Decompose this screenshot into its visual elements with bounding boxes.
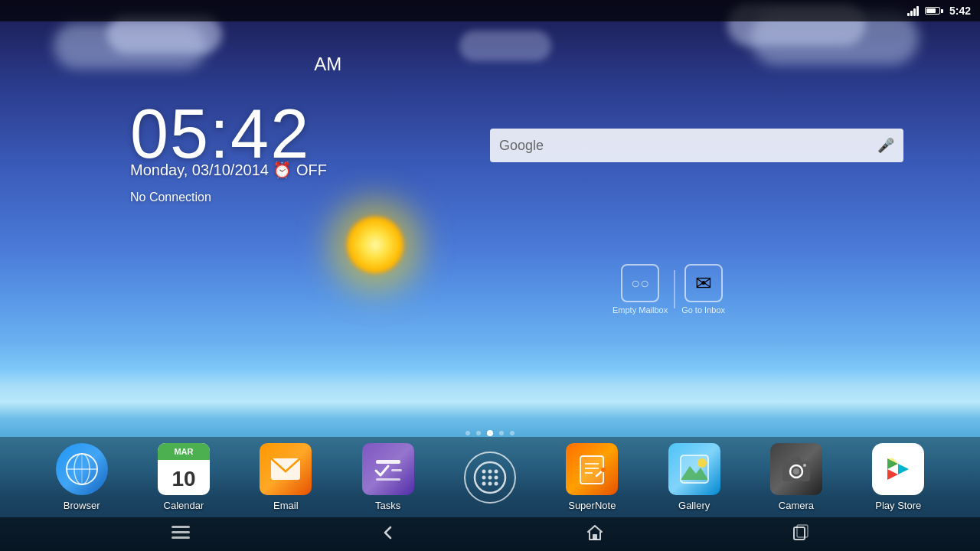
app-drawer[interactable] xyxy=(464,452,516,504)
svg-rect-5 xyxy=(376,460,400,464)
email-label: Email xyxy=(273,500,299,511)
nav-recent-button[interactable] xyxy=(781,518,821,551)
svg-rect-18 xyxy=(580,456,603,484)
go-to-inbox-label: Go to Inbox xyxy=(681,305,725,315)
svg-point-9 xyxy=(482,469,485,473)
battery-icon xyxy=(925,7,943,15)
svg-rect-40 xyxy=(172,536,190,539)
email-widget-divider xyxy=(674,270,675,308)
battery-tip xyxy=(941,9,943,13)
browser-icon xyxy=(56,443,108,495)
svg-rect-38 xyxy=(172,526,190,528)
app-gallery[interactable]: Gallery xyxy=(668,443,720,511)
clock-time: 05:42 xyxy=(130,99,310,168)
calendar-day: 10 xyxy=(158,467,210,491)
status-bar: 5:42 xyxy=(0,0,980,21)
clock-date-text: Monday, 03/10/2014 xyxy=(130,161,269,178)
svg-point-10 xyxy=(488,469,492,473)
gallery-label: Gallery xyxy=(678,500,710,511)
app-email[interactable]: Email xyxy=(260,443,312,511)
supernote-icon xyxy=(566,443,618,495)
supernote-icon-svg xyxy=(576,453,608,485)
empty-mailbox-label: Empty Mailbox xyxy=(612,305,668,315)
email-icon-svg xyxy=(270,458,301,481)
camera-icon-svg xyxy=(779,452,813,486)
nav-home-button[interactable] xyxy=(574,518,616,551)
empty-mailbox-item[interactable]: ○○ Empty Mailbox xyxy=(612,264,668,315)
svg-point-24 xyxy=(601,468,606,472)
gallery-icon-svg xyxy=(678,452,711,486)
svg-rect-42 xyxy=(593,534,597,540)
empty-mailbox-box: ○○ xyxy=(621,264,659,302)
tasks-icon xyxy=(362,443,414,495)
page-dot-2[interactable] xyxy=(487,430,493,436)
battery-body xyxy=(925,7,940,15)
email-icon xyxy=(260,443,312,495)
browser-icon-svg xyxy=(65,452,99,486)
svg-point-14 xyxy=(494,475,498,479)
browser-label: Browser xyxy=(64,500,100,511)
svg-point-17 xyxy=(494,481,498,485)
svg-point-33 xyxy=(803,464,806,467)
playstore-icon xyxy=(872,443,924,495)
status-time: 5:42 xyxy=(949,5,971,17)
page-dot-4[interactable] xyxy=(510,431,514,435)
calendar-month: MAR xyxy=(158,443,210,460)
svg-point-27 xyxy=(697,458,707,468)
supernote-label: SuperNote xyxy=(568,500,616,511)
app-camera[interactable]: Camera xyxy=(770,443,822,511)
clock-date: Monday, 03/10/2014 ⏰ OFF xyxy=(130,161,338,179)
svg-marker-36 xyxy=(898,464,909,474)
recent-icon xyxy=(793,524,808,541)
svg-point-32 xyxy=(793,468,799,474)
clock-ampm: AM xyxy=(314,54,341,75)
alarm-icon: ⏰ xyxy=(273,161,292,178)
email-widget: ○○ Empty Mailbox ✉ Go to Inbox xyxy=(612,264,725,315)
svg-point-16 xyxy=(488,481,492,485)
wifi-bar-2 xyxy=(910,11,913,16)
app-playstore[interactable]: Play Store xyxy=(872,443,924,511)
page-dot-0[interactable] xyxy=(466,431,470,435)
page-dot-3[interactable] xyxy=(499,431,504,435)
wifi-icon xyxy=(907,5,919,16)
tasks-icon-svg xyxy=(373,454,403,484)
back-icon xyxy=(380,524,397,541)
app-browser[interactable]: Browser xyxy=(56,443,108,511)
wifi-bar-4 xyxy=(916,6,919,16)
app-calendar[interactable]: MAR 10 Calendar xyxy=(158,443,210,511)
mic-icon[interactable]: 🎤 xyxy=(877,137,894,154)
app-tasks[interactable]: Tasks xyxy=(362,443,414,511)
drawer-icon-svg xyxy=(473,461,507,494)
no-connection-text: No Connection xyxy=(130,191,338,204)
alarm-status: OFF xyxy=(296,161,327,178)
nav-back-button[interactable] xyxy=(368,518,409,551)
svg-point-13 xyxy=(488,475,492,479)
cloud-center xyxy=(459,31,551,61)
wifi-bar-1 xyxy=(907,13,910,16)
svg-marker-35 xyxy=(887,469,898,480)
search-placeholder: Google xyxy=(499,138,871,154)
empty-mailbox-icon: ○○ xyxy=(631,275,649,292)
inbox-icon-box: ✉ xyxy=(684,264,723,302)
page-dot-1[interactable] xyxy=(476,431,481,435)
nav-menu-button[interactable] xyxy=(159,520,202,549)
google-search-bar[interactable]: Google 🎤 xyxy=(490,129,903,162)
camera-icon xyxy=(770,443,822,495)
playstore-icon-svg xyxy=(881,452,915,486)
camera-label: Camera xyxy=(779,500,814,511)
app-dock: Browser MAR 10 Calendar Email xyxy=(0,437,980,517)
gallery-icon xyxy=(668,443,720,495)
go-to-inbox-item[interactable]: ✉ Go to Inbox xyxy=(681,264,725,315)
app-supernote[interactable]: SuperNote xyxy=(566,443,618,511)
svg-rect-6 xyxy=(391,469,402,471)
tasks-label: Tasks xyxy=(375,500,400,511)
sun-decoration xyxy=(345,214,406,276)
nav-bar xyxy=(0,517,980,551)
playstore-label: Play Store xyxy=(875,500,921,511)
wifi-bar-3 xyxy=(913,8,916,16)
calendar-label: Calendar xyxy=(164,500,204,511)
drawer-icon xyxy=(464,452,516,504)
menu-icon xyxy=(172,526,190,540)
calendar-icon: MAR 10 xyxy=(158,443,210,495)
home-icon xyxy=(586,524,603,541)
